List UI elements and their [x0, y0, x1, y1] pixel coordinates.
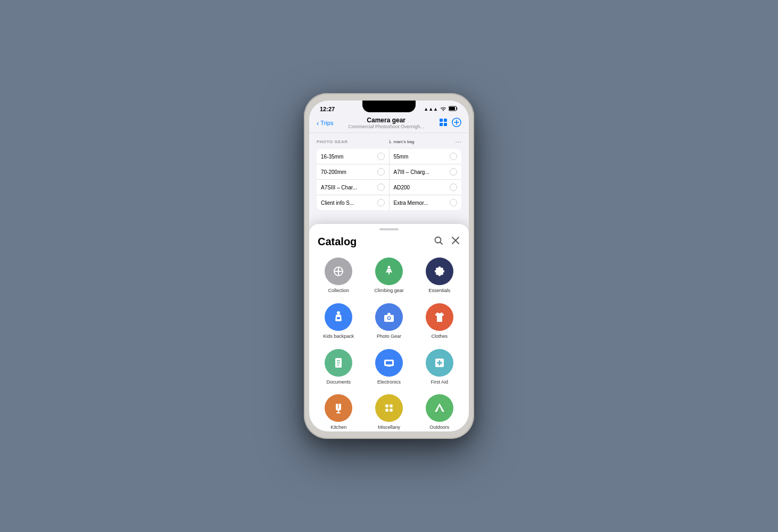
- catalog-header: Catalog: [309, 230, 469, 252]
- catalog-item-photo[interactable]: Photo Gear: [364, 298, 415, 344]
- catalog-grid: Collection Climbing gear E: [309, 252, 469, 431]
- checklist-item[interactable]: Client info S...: [317, 195, 389, 210]
- nav-back[interactable]: ‹ Trips: [317, 119, 333, 127]
- catalog-close-icon[interactable]: [451, 236, 460, 248]
- catalog-item-electronics[interactable]: Electronics: [364, 344, 415, 389]
- misc-label: Miscellany: [378, 425, 400, 430]
- checklist-item[interactable]: 55mm: [390, 149, 462, 164]
- item-name: Extra Memor...: [394, 200, 428, 206]
- nav-bar: ‹ Trips Camera gear Commercial Photoshoo…: [309, 114, 469, 133]
- nav-title: Camera gear: [348, 117, 424, 124]
- svg-rect-4: [440, 123, 443, 126]
- svg-line-8: [441, 243, 443, 245]
- svg-point-26: [388, 317, 390, 319]
- svg-point-22: [337, 311, 340, 314]
- checklist-item[interactable]: 70-200mm: [317, 164, 389, 179]
- item-name: 55mm: [394, 154, 409, 160]
- status-time: 12:27: [320, 106, 335, 112]
- checklist-grid: 16-35mm 55mm 70-200mm A7III – Charg...: [317, 149, 461, 210]
- kids-icon-circle: [325, 303, 352, 331]
- item-checkbox[interactable]: [450, 199, 457, 206]
- kids-label: Kids backpack: [323, 334, 354, 339]
- item-name: A7III – Charg...: [394, 169, 429, 175]
- add-circle-icon[interactable]: [452, 118, 461, 129]
- battery-icon: [449, 106, 458, 112]
- svg-point-40: [385, 404, 388, 408]
- phone-screen: 12:27 ▲▲▲ ‹ Trips Camer: [309, 101, 469, 431]
- item-checkbox[interactable]: [377, 153, 385, 160]
- firstaid-icon-circle: [426, 349, 453, 377]
- catalog-item-climbing[interactable]: Climbing gear: [364, 252, 415, 298]
- kitchen-icon-circle: [325, 394, 352, 422]
- electronics-label: Electronics: [377, 379, 401, 385]
- nav-subtitle: Commercial Photoshoot Overnigh...: [348, 124, 424, 129]
- phone-wrapper: 12:27 ▲▲▲ ‹ Trips Camer: [304, 93, 474, 439]
- outdoors-label: Outdoors: [429, 425, 449, 430]
- collection-icon-circle: [325, 257, 352, 285]
- catalog-item-clothes[interactable]: Clothes: [414, 298, 465, 344]
- electronics-icon-circle: [375, 349, 403, 377]
- catalog-item-kitchen[interactable]: Kitchen: [313, 389, 364, 431]
- status-icons: ▲▲▲: [424, 106, 458, 112]
- section-menu-icon[interactable]: ···: [455, 137, 461, 146]
- phone-frame: 12:27 ▲▲▲ ‹ Trips Camer: [304, 93, 474, 439]
- svg-rect-23: [337, 317, 340, 319]
- svg-rect-36: [437, 362, 442, 363]
- svg-rect-3: [444, 119, 447, 122]
- item-checkbox[interactable]: [450, 184, 457, 191]
- checklist-item[interactable]: A7SIII – Char...: [317, 180, 389, 195]
- nav-title-group: Camera gear Commercial Photoshoot Overni…: [348, 117, 424, 129]
- section-title: PHOTO GEAR: [317, 139, 348, 144]
- catalog-item-collection[interactable]: Collection: [313, 252, 364, 298]
- climbing-label: Climbing gear: [374, 288, 404, 294]
- wifi-icon: [440, 106, 446, 112]
- misc-icon-circle: [375, 394, 403, 422]
- svg-rect-33: [386, 361, 392, 364]
- checklist-item[interactable]: 16-35mm: [317, 149, 389, 164]
- item-name: 70-200mm: [321, 169, 346, 175]
- climbing-icon-circle: [375, 257, 403, 285]
- catalog-item-kids[interactable]: Kids backpack: [313, 298, 364, 344]
- item-checkbox[interactable]: [377, 184, 385, 191]
- photo-label: Photo Gear: [377, 334, 401, 339]
- item-name: AD200: [394, 185, 410, 190]
- catalog-title: Catalog: [318, 236, 357, 248]
- catalog-item-outdoors[interactable]: Outdoors: [414, 389, 465, 431]
- kitchen-label: Kitchen: [330, 425, 346, 430]
- back-label: Trips: [320, 120, 333, 126]
- clothes-icon-circle: [426, 303, 453, 331]
- firstaid-label: First Aid: [431, 379, 448, 385]
- svg-rect-1: [449, 107, 455, 110]
- signal-icon: ▲▲▲: [424, 106, 438, 112]
- essentials-icon-circle: [426, 257, 453, 285]
- catalog-item-documents[interactable]: Documents: [313, 344, 364, 389]
- checklist-item[interactable]: Extra Memor...: [390, 195, 462, 210]
- svg-point-14: [387, 266, 390, 269]
- item-name: Client info S...: [321, 200, 354, 206]
- catalog-item-firstaid[interactable]: First Aid: [414, 344, 465, 389]
- item-name: A7SIII – Char...: [321, 185, 357, 190]
- item-checkbox[interactable]: [450, 168, 457, 176]
- nav-actions: [439, 118, 461, 129]
- photo-icon-circle: [375, 303, 403, 331]
- svg-rect-5: [444, 123, 447, 126]
- collection-label: Collection: [328, 288, 350, 294]
- documents-label: Documents: [327, 379, 351, 385]
- notch: [362, 101, 416, 112]
- item-name: 16-35mm: [321, 154, 343, 160]
- item-checkbox[interactable]: [450, 153, 457, 160]
- svg-rect-21: [435, 270, 444, 272]
- catalog-item-essentials[interactable]: Essentials: [414, 252, 465, 298]
- bag-label: 1. marc's bag: [389, 139, 415, 144]
- catalog-search-icon[interactable]: [434, 236, 443, 248]
- grid-icon[interactable]: [439, 118, 448, 128]
- checklist-item[interactable]: A7III – Charg...: [390, 164, 462, 179]
- item-checkbox[interactable]: [377, 199, 385, 206]
- svg-rect-2: [440, 119, 443, 122]
- catalog-item-misc[interactable]: Miscellany: [364, 389, 415, 431]
- catalog-header-icons: [434, 236, 460, 248]
- documents-icon-circle: [325, 349, 352, 377]
- section-header: PHOTO GEAR 1. marc's bag ···: [317, 137, 461, 146]
- checklist-item[interactable]: AD200: [390, 180, 462, 195]
- item-checkbox[interactable]: [377, 168, 385, 176]
